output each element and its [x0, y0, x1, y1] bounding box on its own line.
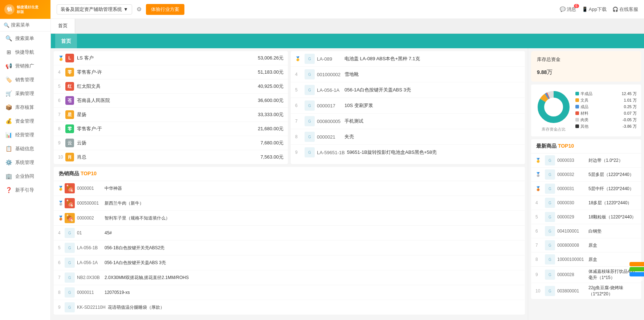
hot-product-right-row: 6 G 0000017 10S 变刷罗浆: [291, 98, 525, 114]
product-name: 白钢垫: [588, 228, 637, 234]
sidebar-item-inventory[interactable]: 📦库存核算: [0, 100, 50, 114]
customer-badge: 苍: [65, 96, 74, 105]
product-img-placeholder: G: [65, 287, 75, 298]
inventory-icon: 📦: [5, 104, 12, 111]
sidebar-label-quick-nav: 快捷导航: [15, 49, 34, 56]
sidebar-search[interactable]: 🔍 搜索菜单: [0, 19, 50, 32]
system-icon: ⚙️: [5, 159, 12, 166]
app-download-button[interactable]: 📱 App下载: [582, 6, 607, 13]
sidebar-label-guide: 新手引导: [15, 187, 34, 193]
rank-num: 9: [58, 140, 65, 145]
teal-nav-home[interactable]: 首页: [55, 34, 77, 48]
hot-product-row: 6 G LA-056-1A 056-1A白色按键开关盖ABS 3壳: [54, 255, 525, 270]
donut-chart: [535, 89, 572, 125]
app-download-label: App下载: [589, 6, 607, 13]
hot-product-row: 5 G LA-056-1B 056-1B白色按键开关壳ABS2壳: [54, 241, 525, 255]
rank-display: 9: [58, 305, 65, 310]
hot-product-row: 🥈 🍖 000500001 新西兰牛肉（新牛）: [54, 196, 525, 211]
trial-button[interactable]: 体验行业方案: [146, 4, 184, 15]
customer-name: 肖总: [77, 154, 260, 160]
rank-display: 7: [295, 119, 303, 124]
customer-name: LS 客户: [77, 55, 258, 61]
product-img-placeholder: G: [545, 184, 555, 194]
customer-badge: L: [65, 54, 74, 62]
legend-value: -3.86 万: [623, 124, 637, 129]
sidebar-item-purchase[interactable]: 🛒采购管理: [0, 87, 50, 100]
rank-num: 🥈: [535, 172, 543, 177]
message-button[interactable]: 💬 消息 6: [560, 6, 576, 13]
product-name: 花语萌值温分腿睡袋（厚款）: [108, 304, 521, 311]
product-code: 0000021: [317, 134, 342, 140]
sidebar-item-company[interactable]: 🏢企业协同: [0, 169, 50, 183]
product-name: 056-1A白色按键开关盖ABS 3壳: [345, 87, 521, 93]
sidebar-item-base-info[interactable]: 📋基础信息: [0, 142, 50, 156]
hot-product-right-row: 9 G LA-59651-1B 59651-1B旋转投影灯电池盒ABS黑色+58…: [291, 145, 525, 160]
product-code: LA-089: [317, 56, 342, 62]
rank-display: 5: [58, 245, 65, 250]
logo-line1: 畅捷通好生意: [17, 5, 38, 9]
sidebar-item-sales[interactable]: 🏷️销售管理: [0, 73, 50, 87]
product-code: 001000002: [317, 72, 342, 77]
tab-home[interactable]: 首页: [51, 19, 75, 33]
purchase-icon: 🛒: [5, 90, 12, 97]
sidebar-item-search[interactable]: 🔍搜索菜单: [0, 32, 50, 45]
sidebar-item-business[interactable]: 📊经营管理: [0, 128, 50, 142]
customer-name: 零售客户-于: [77, 126, 258, 132]
customer-amount: 40,925.00元: [258, 83, 284, 90]
rank-display: 6: [58, 260, 65, 265]
customer-amount: 21,680.00元: [258, 126, 284, 132]
product-name: 59651-1B旋转投影灯电池盒ABS黑色+58壳: [347, 149, 521, 156]
sidebar: 畅 畅捷通好生意 标版 🔍 搜索菜单 🔍搜索菜单⊞快捷导航📢营销推广🏷️销售管理…: [0, 0, 51, 320]
finance-icon: 💰: [5, 118, 12, 124]
headset-icon: 🎧: [612, 7, 618, 12]
float-btn-service[interactable]: 客服热线: [629, 262, 644, 266]
legend-dot: [575, 111, 579, 115]
legend-label-text: 其他: [575, 124, 623, 129]
system-selector[interactable]: 装备及固定资产辅助管理系统 ▼: [57, 4, 132, 15]
left-panels: 🥇 L LS 客户 53,006.26元 4 零 零售客户-许 51,183.0…: [51, 48, 528, 320]
rank-num: 5: [58, 84, 65, 89]
customer-ranking-row: 4 零 零售客户-许 51,183.00元: [54, 65, 288, 79]
customer-amount: 53,006.26元: [258, 55, 284, 61]
product-code: 0000001: [77, 186, 102, 191]
rank-num: 5: [535, 214, 543, 220]
message-icon: 💬: [560, 7, 566, 12]
product-code: LA-056-1A: [317, 87, 342, 93]
logo-line2: 标版: [17, 9, 38, 14]
new-product-row: 🥈 G 0000032 5层多层（1220*2440）: [531, 168, 641, 182]
legend-list: 半成品 12.45 万 文具 1.01 万 成品 0.25 万 材料 0.07 …: [575, 91, 637, 130]
customer-badge: 红: [65, 82, 74, 91]
customer-amount: 51,183.00元: [258, 69, 284, 75]
product-code: 0000033: [557, 158, 586, 163]
sidebar-item-marketing[interactable]: 📢营销推广: [0, 59, 50, 73]
inventory-amount: 9.88万: [537, 65, 635, 77]
teal-nav-bar: 首页: [51, 34, 644, 48]
legend-label-text: 肉类: [575, 117, 623, 123]
product-img-placeholder: G: [305, 69, 315, 79]
product-name: 18颗粒板（1220*2440）: [588, 214, 637, 220]
rank-display: 🥇: [58, 186, 65, 191]
system-title: 装备及固定资产辅助管理系统: [61, 6, 122, 13]
gear-button[interactable]: ⚙: [136, 6, 142, 13]
float-btn-community[interactable]: 服务社区: [629, 267, 644, 271]
product-code: 0000002: [77, 216, 102, 221]
product-img-placeholder: G: [65, 243, 75, 253]
rank-num: 6: [535, 229, 543, 234]
company-icon: 🏢: [5, 173, 12, 180]
sidebar-item-system[interactable]: ⚙️系统管理: [0, 156, 50, 169]
sidebar-item-quick-nav[interactable]: ⊞快捷导航: [0, 45, 50, 59]
hot-product-row: 8 G 0000011 12070519-xs: [54, 285, 525, 300]
product-name: 18多层（1220*2440）: [588, 200, 637, 206]
sidebar-item-finance[interactable]: 💰资金管理: [0, 114, 50, 128]
online-service-button[interactable]: 🎧 在线客服: [612, 6, 638, 13]
rank-display: 🥉: [58, 216, 65, 221]
product-img-placeholder: G: [545, 226, 555, 236]
float-btn-live[interactable]: 直播: [629, 272, 644, 276]
new-products-title: 最新商品 TOP10: [531, 139, 641, 153]
rank-display: 7: [58, 275, 65, 280]
sidebar-item-guide[interactable]: ❓新手引导: [0, 183, 50, 197]
product-name: 056-1A白色按键开关盖ABS 3壳: [105, 260, 521, 266]
customer-ranking-row: 🥇 L LS 客户 53,006.26元: [54, 51, 288, 65]
new-product-row: 8 G 10000100001 原盒: [531, 253, 641, 267]
product-img-placeholder: G: [545, 254, 555, 264]
